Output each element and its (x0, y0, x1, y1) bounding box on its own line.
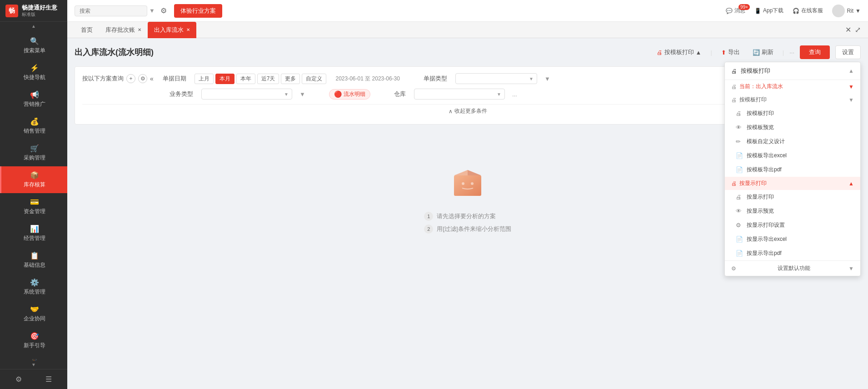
topbar-search-input[interactable] (75, 5, 147, 16)
export-icon: ⬆ (721, 49, 726, 56)
message-badge: 99+ (738, 4, 750, 10)
topbar-message[interactable]: 💬 消息 99+ (726, 7, 745, 15)
date-btn-prev-month[interactable]: 上月 (195, 74, 214, 84)
more-dots-icon[interactable]: ··· (789, 49, 794, 56)
dropdown-item-template-print[interactable]: 🖨 按模板打印 (725, 106, 860, 120)
warehouse-more-icon[interactable]: ... (512, 91, 517, 98)
sidebar-item-finance[interactable]: 💳 资金管理 (0, 193, 67, 220)
dropdown-item-template-export-excel[interactable]: 📄 按模板导出excel (725, 149, 860, 163)
topbar-right: 💬 消息 99+ 📱 App下载 🎧 在线客服 Rit ▼ (726, 5, 861, 17)
settings-button[interactable]: 设置 (835, 45, 861, 59)
purchase-icon: 🛒 (30, 144, 39, 153)
business-type-select[interactable] (201, 89, 292, 100)
quicknav-icon: ⚡ (30, 64, 39, 72)
tab-home[interactable]: 首页 (75, 22, 99, 38)
sidebar-item-collab[interactable]: 🤝 企业协同 (0, 300, 67, 327)
tab-flow[interactable]: 出入库流水 ✕ (148, 22, 196, 38)
filter-active-tag[interactable]: 🔴 流水明细 (329, 89, 370, 100)
dropdown-header-chevron[interactable]: ▲ (848, 68, 854, 74)
dropdown-display-print-header[interactable]: 🖨 按显示打印 ▲ (725, 177, 860, 190)
current-chevron-icon: ▼ (848, 84, 854, 90)
filter-add-button[interactable]: + (126, 74, 135, 83)
refresh-icon: 🔄 (753, 49, 760, 56)
template-section-icon: 🖨 (731, 97, 737, 103)
svg-point-4 (471, 182, 474, 185)
divider2: | (783, 49, 784, 56)
tab-close-flow[interactable]: ✕ (186, 27, 190, 32)
dropdown-current-item[interactable]: 🖨 当前：出入库流水 ▼ (725, 80, 860, 93)
date-btn-last7[interactable]: 近7天 (257, 74, 279, 84)
template-section-chevron-icon: ▼ (848, 97, 854, 103)
date-label: 单据日期 (163, 75, 186, 83)
doc-type-chevron-icon[interactable]: ▼ (544, 75, 550, 82)
topbar-app-download[interactable]: 📱 App下载 (754, 7, 783, 15)
template-print-icon: 🖨 (736, 110, 743, 117)
dropdown-item-display-print[interactable]: 🖨 按显示打印 (725, 190, 860, 204)
dropdown-template-print-header[interactable]: 🖨 按模板打印 ▼ (725, 93, 860, 106)
refresh-button[interactable]: 🔄 刷新 (749, 46, 777, 58)
sidebar-item-marketing[interactable]: 📢 营销推广 (0, 86, 67, 113)
system-icon: ⚙️ (30, 278, 39, 287)
inventory-icon: 📦 (30, 171, 39, 180)
active-tag-container: 🔴 流水明细 (329, 89, 370, 100)
business-chevron-icon[interactable]: ▼ (299, 91, 305, 98)
sidebar-item-search[interactable]: 🔍 搜索菜单 (0, 32, 67, 59)
tab-batch[interactable]: 库存批次账 ✕ (99, 22, 148, 38)
dropdown-item-display-export-excel[interactable]: 📄 按显示导出excel (725, 232, 860, 246)
date-btn-custom[interactable]: 自定义 (302, 74, 326, 84)
sidebar-item-inventory[interactable]: 📦 库存核算 (0, 166, 67, 193)
export-button[interactable]: ⬆ 导出 (718, 46, 743, 58)
dropdown-footer[interactable]: ⚙ 设置默认功能 ▼ (725, 260, 860, 276)
excel-icon1: 📄 (736, 152, 743, 159)
sidebar-item-purchase[interactable]: 🛒 采购管理 (0, 140, 67, 166)
warehouse-select[interactable] (414, 89, 505, 100)
empty-icon (445, 157, 490, 203)
sidebar-item-operations[interactable]: 📊 经营管理 (0, 220, 67, 247)
empty-steps: 1 请先选择要分析的方案 2 用[过滤]条件来缩小分析范围 (424, 212, 511, 234)
message-icon: 💬 (726, 8, 733, 14)
topbar-online-service[interactable]: 🎧 在线客服 (793, 7, 823, 15)
dropdown-header: 🖨 按模板打印 ▲ (725, 62, 860, 80)
dropdown-item-template-export-pdf[interactable]: 📄 按模板导出pdf (725, 163, 860, 177)
dropdown-item-display-print-settings[interactable]: ⚙ 按显示打印设置 (725, 218, 860, 232)
date-btn-this-month[interactable]: 本月 (215, 74, 234, 84)
footer-settings-icon: ⚙ (731, 265, 736, 272)
sidebar-item-quicknav[interactable]: ⚡ 快捷导航 (0, 59, 67, 86)
sidebar-menu-btn[interactable]: ☰ (45, 375, 52, 384)
svg-marker-1 (454, 170, 468, 175)
print-chevron-icon: ▲ (696, 49, 702, 56)
sidebar-settings-btn[interactable]: ⚙ (15, 375, 22, 384)
date-shortcuts: 上月 本月 本年 近7天 更多 自定义 (195, 74, 327, 84)
query-button[interactable]: 查询 (800, 45, 830, 59)
sidebar-item-guide[interactable]: 🎯 新手引导 (0, 327, 67, 354)
sidebar-scroll-up: ▲ (0, 22, 67, 30)
sidebar-item-basic[interactable]: 📋 基础信息 (0, 247, 67, 274)
tab-expand-icon[interactable]: ⤢ (855, 25, 861, 34)
dropdown-item-display-preview[interactable]: 👁 按显示预览 (725, 204, 860, 218)
page-header: 出入库流水(流水明细) 🖨 按模板打印 ▲ | ⬆ 导出 🔄 刷新 | ··· (75, 45, 861, 59)
sidebar-item-sales[interactable]: 💰 销售管理 (0, 113, 67, 140)
doc-type-select[interactable] (455, 73, 537, 84)
dropdown-item-template-preview[interactable]: 👁 按模板预览 (725, 120, 860, 135)
basic-icon: 📋 (30, 251, 39, 260)
print-dropdown-panel: 🖨 按模板打印 ▲ 🖨 当前：出入库流水 ▼ 🖨 按模板打印 ▼ 🖨 按模板打印 (724, 62, 861, 276)
trial-button[interactable]: 体验行业方案 (174, 4, 222, 18)
filter-collapse-icon[interactable]: « (150, 75, 154, 82)
topbar-user[interactable]: Rit ▼ (832, 5, 861, 17)
sidebar-item-apps[interactable]: 📱 应用中心 (0, 354, 67, 360)
date-btn-more[interactable]: 更多 (281, 74, 300, 84)
tab-close-all-icon[interactable]: ✕ (845, 25, 851, 34)
date-btn-this-year[interactable]: 本年 (236, 74, 255, 84)
sidebar-item-system[interactable]: ⚙️ 系统管理 (0, 274, 67, 300)
dropdown-item-display-export-pdf[interactable]: 📄 按显示导出pdf (725, 246, 860, 260)
user-chevron-icon: ▼ (855, 8, 861, 14)
topbar-chevron-icon[interactable]: ▼ (149, 7, 155, 14)
print-template-button[interactable]: 🖨 按模板打印 ▲ (653, 46, 705, 58)
logo-icon: 畅 (5, 5, 18, 17)
svg-rect-0 (454, 175, 481, 196)
topbar-gear-icon[interactable]: ⚙ (160, 6, 167, 15)
dropdown-item-template-custom[interactable]: ✏ 模板自定义设计 (725, 135, 860, 149)
filter-settings-button[interactable]: ⚙ (138, 74, 147, 83)
warehouse-label: 仓库 (394, 90, 406, 98)
tab-close-batch[interactable]: ✕ (138, 27, 141, 32)
